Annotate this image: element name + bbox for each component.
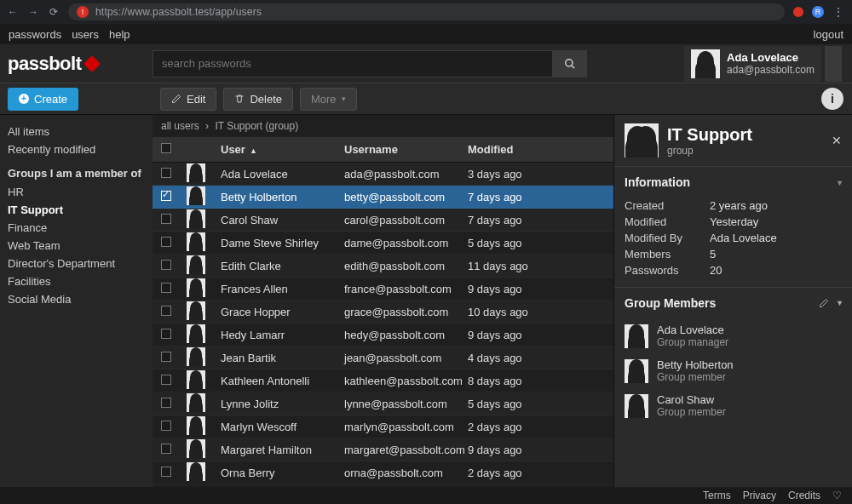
brand-logo[interactable]: passbolt [0, 53, 153, 75]
cell-user: Hedy Lamarr [221, 329, 344, 341]
cell-user: Betty Holberton [221, 191, 344, 203]
avatar [625, 394, 648, 418]
member-name: Ada Lovelace [657, 324, 728, 336]
member-item[interactable]: Ada LovelaceGroup manager [625, 318, 842, 353]
col-user[interactable]: User▲ [221, 143, 344, 156]
row-checkbox[interactable] [161, 283, 171, 293]
info-button[interactable]: i [821, 88, 843, 110]
avatar [187, 393, 205, 412]
member-item[interactable]: Betty HolbertonGroup member [625, 353, 842, 388]
table-row[interactable]: Frances Allenfrance@passbolt.com9 days a… [153, 278, 613, 301]
url-text: https://www.passbolt.test/app/users [95, 6, 262, 18]
insecure-icon: ! [77, 6, 89, 18]
row-checkbox[interactable] [161, 237, 171, 247]
cell-modified: 9 days ago [468, 444, 605, 456]
extension-passbolt-icon[interactable] [793, 7, 803, 17]
menu-logout[interactable]: logout [814, 28, 843, 41]
table-row[interactable]: Jean Bartikjean@passbolt.com4 days ago [153, 346, 613, 369]
sidebar-item[interactable]: All items [8, 123, 145, 140]
edit-icon[interactable] [819, 298, 829, 308]
delete-button[interactable]: Delete [223, 88, 293, 111]
reload-icon[interactable]: ⟳ [48, 6, 60, 18]
sidebar-groups-title: Groups I am a member of [8, 158, 145, 183]
menu-help[interactable]: help [109, 28, 130, 41]
search-input[interactable] [153, 50, 553, 77]
cell-username: carol@passbolt.com [344, 214, 468, 226]
sidebar-group-item[interactable]: Facilities [8, 272, 145, 290]
cell-username: kathleen@passbolt.com [344, 375, 468, 387]
col-modified[interactable]: Modified [468, 143, 605, 156]
table-row[interactable]: Hedy Lamarrhedy@passbolt.com9 days ago [153, 324, 613, 346]
row-checkbox[interactable] [161, 375, 171, 385]
sidebar: All itemsRecently modified Groups I am a… [0, 115, 153, 487]
avatar [187, 439, 205, 458]
close-icon[interactable]: ✕ [832, 134, 842, 147]
breadcrumb-root[interactable]: all users [161, 120, 199, 132]
sidebar-item[interactable]: Recently modified [8, 140, 145, 158]
sidebar-group-item[interactable]: Web Team [8, 237, 145, 255]
row-checkbox[interactable] [161, 214, 171, 224]
profile-menu[interactable]: Ada Lovelace ada@passbolt.com [684, 46, 821, 82]
row-checkbox[interactable] [161, 352, 171, 362]
heart-icon[interactable]: ♡ [832, 490, 842, 501]
row-checkbox[interactable] [161, 421, 171, 431]
search-button[interactable] [553, 50, 587, 77]
menu-passwords[interactable]: passwords [9, 28, 61, 41]
sidebar-group-item[interactable]: HR [8, 183, 145, 201]
cell-user: Carol Shaw [221, 214, 344, 226]
member-role: Group member [657, 406, 726, 418]
row-checkbox[interactable] [161, 329, 171, 339]
group-avatar-icon [625, 123, 659, 158]
sidebar-group-item[interactable]: Finance [8, 219, 145, 237]
avatar [187, 278, 205, 297]
table-row[interactable]: Kathleen Antonellikathleen@passbolt.com8… [153, 369, 613, 392]
row-checkbox[interactable] [161, 398, 171, 408]
member-item[interactable]: Carol ShawGroup member [625, 388, 842, 423]
table-row[interactable]: Marlyn Wescoffmarlyn@passbolt.com2 days … [153, 415, 613, 438]
table-row[interactable]: Grace Hoppergrace@passbolt.com10 days ag… [153, 301, 613, 324]
caret-down-icon: ▾ [838, 178, 842, 187]
footer-credits[interactable]: Credits [788, 490, 820, 501]
section-information[interactable]: Information ▾ [614, 167, 852, 198]
cell-user: Dame Steve Shirley [221, 237, 344, 249]
avatar [187, 370, 205, 389]
table-row[interactable]: Carol Shawcarol@passbolt.com7 days ago [153, 209, 613, 232]
cell-user: Lynne Jolitz [221, 398, 344, 410]
row-checkbox[interactable] [161, 467, 171, 477]
menu-users[interactable]: users [72, 28, 99, 41]
select-all-checkbox[interactable] [161, 143, 171, 153]
sidebar-group-item[interactable]: Director's Department [8, 255, 145, 272]
table-row[interactable]: Edith Clarkeedith@passbolt.com11 days ag… [153, 255, 613, 278]
table-row[interactable]: Margaret Hamiltonmargaret@passbolt.com9 … [153, 438, 613, 461]
row-checkbox[interactable] [161, 168, 171, 178]
footer-terms[interactable]: Terms [703, 490, 731, 501]
row-checkbox[interactable] [161, 191, 171, 201]
table-row[interactable]: Dame Steve Shirleydame@passbolt.com5 day… [153, 232, 613, 255]
browser-menu-icon[interactable]: ⋮ [832, 5, 845, 19]
row-checkbox[interactable] [161, 260, 171, 270]
table-row[interactable]: Betty Holbertonbetty@passbolt.com7 days … [153, 186, 613, 209]
forward-icon[interactable]: → [27, 6, 39, 18]
col-username[interactable]: Username [344, 143, 468, 156]
address-bar[interactable]: ! https://www.passbolt.test/app/users [68, 3, 785, 20]
cell-username: ada@passbolt.com [344, 168, 468, 180]
cell-user: Jean Bartik [221, 352, 344, 364]
more-button[interactable]: More ▾ [300, 88, 357, 111]
table-row[interactable]: Lynne Jolitzlynne@passbolt.com5 days ago [153, 392, 613, 415]
row-checkbox[interactable] [161, 444, 171, 454]
table-row[interactable]: Orna Berryorna@passbolt.com2 days ago [153, 461, 613, 484]
cell-username: jean@passbolt.com [344, 352, 468, 364]
back-icon[interactable]: ← [7, 6, 19, 18]
avatar [187, 255, 205, 274]
cell-username: orna@passbolt.com [344, 467, 468, 479]
sidebar-group-item[interactable]: IT Support [8, 201, 145, 219]
profile-caret[interactable] [825, 46, 842, 82]
footer-privacy[interactable]: Privacy [743, 490, 776, 501]
sidebar-group-item[interactable]: Social Media [8, 290, 145, 308]
section-members[interactable]: Group Members ▾ [614, 288, 852, 318]
row-checkbox[interactable] [161, 306, 171, 316]
table-row[interactable]: Ada Lovelaceada@passbolt.com3 days ago [153, 163, 613, 186]
extension-avatar-icon[interactable]: R [812, 6, 824, 18]
create-button[interactable]: + Create [8, 88, 78, 111]
edit-button[interactable]: Edit [160, 88, 216, 111]
